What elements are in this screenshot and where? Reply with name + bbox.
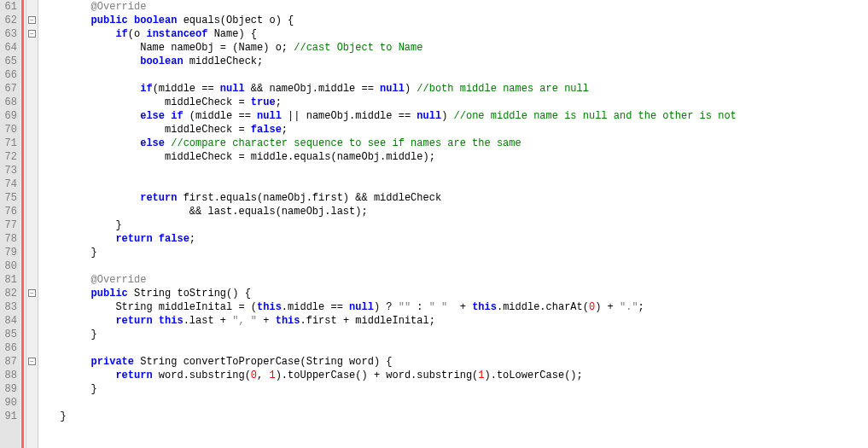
token-normal: word.substring( bbox=[153, 369, 251, 381]
token-comment: //one middle name is null and the other … bbox=[454, 110, 737, 122]
fold-toggle-icon[interactable]: − bbox=[28, 30, 36, 38]
fold-toggle-icon[interactable]: − bbox=[28, 289, 36, 297]
code-line[interactable]: String middleInital = (this.middle == nu… bbox=[42, 300, 868, 314]
token-normal: } bbox=[42, 219, 122, 231]
token-str: ", " bbox=[232, 315, 257, 327]
code-line[interactable]: middleCheck = middle.equals(nameObj.midd… bbox=[42, 150, 868, 164]
code-line[interactable]: boolean middleCheck; bbox=[42, 55, 868, 68]
token-normal bbox=[42, 233, 115, 245]
line-number: 84 bbox=[3, 314, 17, 328]
token-kw: this bbox=[257, 301, 282, 313]
code-line[interactable]: } bbox=[42, 328, 868, 341]
line-number: 86 bbox=[3, 341, 17, 355]
code-line[interactable]: @Override bbox=[42, 273, 868, 287]
token-normal bbox=[42, 288, 91, 300]
token-normal: String convertToProperCase(String word) … bbox=[134, 356, 392, 368]
token-kw: false bbox=[159, 233, 189, 245]
token-normal: ; bbox=[282, 124, 288, 136]
code-line[interactable]: public String toString() { bbox=[42, 287, 868, 300]
line-number: 63 bbox=[3, 27, 17, 41]
token-kw: return bbox=[115, 233, 152, 245]
token-kw: null bbox=[380, 83, 405, 95]
token-normal: String toString() { bbox=[128, 288, 251, 300]
code-line[interactable]: private String convertToProperCase(Strin… bbox=[42, 355, 868, 369]
token-normal: } bbox=[42, 247, 97, 259]
token-normal: : bbox=[411, 301, 429, 313]
token-normal: , bbox=[257, 369, 269, 381]
code-line[interactable] bbox=[42, 341, 868, 355]
token-normal: Name nameObj = (Name) o; bbox=[42, 42, 294, 54]
line-number: 76 bbox=[3, 205, 17, 218]
token-normal: ; bbox=[189, 233, 195, 245]
line-number: 78 bbox=[3, 232, 17, 246]
code-line[interactable]: @Override bbox=[42, 0, 868, 14]
code-line[interactable] bbox=[42, 396, 868, 410]
line-number: 90 bbox=[3, 396, 17, 410]
code-line[interactable]: return first.equals(nameObj.first) && mi… bbox=[42, 191, 868, 205]
code-line[interactable]: middleCheck = false; bbox=[42, 123, 868, 137]
token-kw: return bbox=[140, 192, 177, 204]
code-editor-area[interactable]: @Override public boolean equals(Object o… bbox=[38, 0, 868, 448]
code-line[interactable]: Name nameObj = (Name) o; //cast Object t… bbox=[42, 41, 868, 55]
line-number: 66 bbox=[3, 68, 17, 82]
code-line[interactable]: public boolean equals(Object o) { bbox=[42, 14, 868, 27]
line-number: 68 bbox=[3, 96, 17, 109]
line-number: 79 bbox=[3, 246, 17, 259]
code-line[interactable]: } bbox=[42, 382, 868, 396]
token-kw: false bbox=[251, 124, 282, 136]
token-normal bbox=[153, 315, 159, 327]
code-line[interactable] bbox=[42, 177, 868, 191]
token-kw: else bbox=[140, 137, 165, 149]
token-normal: } bbox=[42, 383, 97, 395]
line-number: 89 bbox=[3, 382, 17, 396]
token-normal bbox=[42, 1, 91, 13]
token-kw: this bbox=[472, 301, 497, 313]
token-kw: null bbox=[417, 110, 441, 122]
code-line[interactable]: else //compare character sequence to see… bbox=[42, 137, 868, 150]
code-line[interactable]: return false; bbox=[42, 232, 868, 246]
token-normal bbox=[153, 233, 159, 245]
token-comment: //compare character sequence to see if n… bbox=[171, 137, 521, 149]
code-line[interactable]: } bbox=[42, 246, 868, 259]
token-normal: middleCheck = middle.equals(nameObj.midd… bbox=[42, 151, 435, 163]
code-line[interactable]: if(o instanceof Name) { bbox=[42, 27, 868, 41]
line-number: 74 bbox=[3, 177, 17, 191]
code-line[interactable]: && last.equals(nameObj.last); bbox=[42, 205, 868, 218]
code-line[interactable]: middleCheck = true; bbox=[42, 96, 868, 109]
token-kw: this bbox=[276, 315, 300, 327]
code-line[interactable]: if(middle == null && nameObj.middle == n… bbox=[42, 82, 868, 96]
token-annotation: @Override bbox=[91, 274, 147, 286]
code-line[interactable] bbox=[42, 259, 868, 273]
token-kw: this bbox=[159, 315, 184, 327]
code-line[interactable]: return word.substring(0, 1).toUpperCase(… bbox=[42, 369, 868, 382]
token-comment: //cast Object to Name bbox=[294, 42, 422, 54]
code-line[interactable] bbox=[42, 164, 868, 177]
code-line[interactable]: } bbox=[42, 410, 868, 423]
token-kw: return bbox=[115, 369, 152, 381]
fold-column: −−−− bbox=[26, 0, 38, 448]
line-number: 70 bbox=[3, 123, 17, 137]
fold-toggle-icon[interactable]: − bbox=[28, 358, 36, 365]
token-normal bbox=[42, 55, 140, 67]
code-line[interactable] bbox=[42, 68, 868, 82]
line-number: 62 bbox=[3, 14, 17, 27]
token-normal: ).toLowerCase(); bbox=[485, 369, 583, 381]
line-number: 80 bbox=[3, 259, 17, 273]
line-number: 64 bbox=[3, 41, 17, 55]
token-normal: } bbox=[42, 329, 97, 340]
fold-toggle-icon[interactable]: − bbox=[28, 16, 36, 24]
token-kw: null bbox=[349, 301, 374, 313]
code-line[interactable]: } bbox=[42, 218, 868, 232]
code-line[interactable]: return this.last + ", " + this.first + m… bbox=[42, 314, 868, 328]
token-num: 0 bbox=[251, 369, 257, 381]
editor-gutter: 6162636465666768697071727374757677787980… bbox=[0, 0, 38, 448]
line-number: 81 bbox=[3, 273, 17, 287]
token-normal bbox=[42, 110, 140, 122]
code-line[interactable]: else if (middle == null || nameObj.middl… bbox=[42, 109, 868, 123]
line-number: 77 bbox=[3, 218, 17, 232]
token-normal: ; bbox=[638, 301, 644, 313]
token-normal: ) bbox=[405, 83, 417, 95]
token-normal: (o bbox=[128, 28, 147, 40]
token-num: 1 bbox=[269, 369, 275, 381]
line-number: 72 bbox=[3, 150, 17, 164]
